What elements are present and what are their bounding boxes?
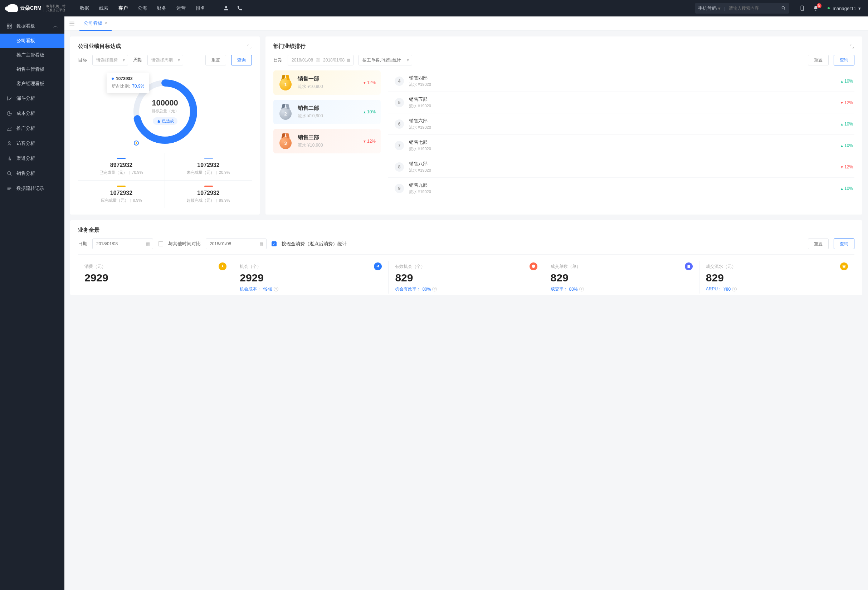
sidebar-group-dashboard[interactable]: 数据看板 ︿ xyxy=(0,19,64,34)
date-input-2[interactable]: 2018/01/08▦ xyxy=(206,238,267,249)
help-icon[interactable]: ? xyxy=(579,287,584,291)
ranking-row[interactable]: 4销售四部流水 ¥19020▲10% xyxy=(388,71,855,92)
sidebar-item[interactable]: 销售分析 xyxy=(0,166,64,181)
sidebar-item[interactable]: 推广分析 xyxy=(0,121,64,136)
search-icon[interactable] xyxy=(781,6,786,11)
compare-label: 与其他时间对比 xyxy=(168,241,201,247)
nav-item[interactable]: 客户 xyxy=(118,5,128,12)
logo-text: 云朵CRM xyxy=(20,5,41,12)
trend-indicator: ▼12% xyxy=(363,80,376,85)
svg-point-5 xyxy=(815,10,816,11)
search-type-select[interactable]: 手机号码 xyxy=(698,5,717,12)
nav-item[interactable]: 财务 xyxy=(157,5,166,12)
calendar-icon: ▦ xyxy=(260,241,263,246)
chevron-up-icon: ︿ xyxy=(53,23,58,29)
ranking-row[interactable]: 9销售九部流水 ¥19020▲10% xyxy=(388,178,855,199)
compare-checkbox[interactable] xyxy=(158,241,163,246)
sidebar-item[interactable]: 渠道分析 xyxy=(0,151,64,166)
search-input[interactable] xyxy=(729,6,779,11)
period-filter-label: 周期 xyxy=(133,57,142,63)
nav-item[interactable]: 数据 xyxy=(80,5,89,12)
nav-item[interactable]: 报名 xyxy=(196,5,205,12)
rank-number: 5 xyxy=(395,98,404,107)
query-button[interactable]: 查询 xyxy=(231,55,252,65)
date-range-input[interactable]: 2018/01/08 至 2018/01/08 ▦ xyxy=(288,55,353,65)
sidebar-item[interactable]: 漏斗分析 xyxy=(0,91,64,106)
ranking-row[interactable]: 8销售八部流水 ¥19020▼12% xyxy=(388,156,855,178)
tab-company-board[interactable]: 公司看板 × xyxy=(80,16,112,31)
menu-icon xyxy=(6,171,12,176)
donut-total: 100000 xyxy=(151,99,179,107)
ranking-row[interactable]: 7销售七部流水 ¥19020▲10% xyxy=(388,135,855,156)
reset-button[interactable]: 重置 xyxy=(808,238,829,249)
ranking-podium-item[interactable]: 3销售三部流水 ¥10,900▼12% xyxy=(273,129,381,153)
menu-toggle-icon[interactable] xyxy=(69,21,75,27)
device-icon[interactable] xyxy=(799,5,805,12)
ranking-row[interactable]: 6销售六部流水 ¥19020▲10% xyxy=(388,113,855,135)
sidebar-sub-item[interactable]: 推广主管看板 xyxy=(0,48,64,62)
sidebar-sub-item[interactable]: 客户经理看板 xyxy=(0,77,64,91)
svg-rect-9 xyxy=(10,26,12,28)
kpi-icon xyxy=(685,262,693,270)
svg-point-4 xyxy=(802,10,803,10)
svg-rect-8 xyxy=(7,26,9,28)
cash-label: 按现金消费（返点后消费）统计 xyxy=(282,241,347,247)
sidebar-item[interactable]: 访客分析 xyxy=(0,136,64,151)
help-icon[interactable]: ? xyxy=(432,287,437,291)
nav-item[interactable]: 公海 xyxy=(138,5,147,12)
target-select[interactable]: 请选择目标▾ xyxy=(92,55,128,65)
logo[interactable]: 云朵CRM 教育机构一站 式服务云平台 xyxy=(7,4,65,12)
global-search: 手机号码 ▾ | xyxy=(695,3,789,13)
card-title: 公司业绩目标达成 xyxy=(78,43,121,50)
query-button[interactable]: 查询 xyxy=(834,238,855,249)
logo-subtitle: 教育机构一站 式服务云平台 xyxy=(44,4,65,12)
username: manager11 xyxy=(833,6,856,11)
sidebar-item[interactable]: 数据流转记录 xyxy=(0,181,64,196)
notification-badge: 5 xyxy=(817,3,822,8)
kpi-card: 有效机会（个）829机会有效率：80%? xyxy=(388,261,544,294)
card-dept-ranking: 部门业绩排行 日期 2018/01/08 至 2018/01/08 ▦ 按工单客… xyxy=(266,37,862,215)
ranking-podium-item[interactable]: 2销售二部流水 ¥10,900▲10% xyxy=(273,100,381,124)
calendar-icon: ▦ xyxy=(346,57,350,63)
help-icon[interactable]: ? xyxy=(732,287,737,291)
breakdown-cell: 1072932应完成量（元）|8.9% xyxy=(78,181,165,208)
cash-checkbox[interactable] xyxy=(272,241,276,246)
rank-number: 8 xyxy=(395,162,404,172)
nav-item[interactable]: 线索 xyxy=(99,5,108,12)
content: 公司看板 × 公司业绩目标达成 目标 请选择目标▾ 周期 请选择周期▾ 重置 查… xyxy=(64,16,868,590)
expand-icon[interactable] xyxy=(849,44,855,49)
date-input-1[interactable]: 2018/01/08▦ xyxy=(92,238,153,249)
chevron-down-icon: ▾ xyxy=(407,57,409,63)
sidebar-sub-item[interactable]: 销售主管看板 xyxy=(0,62,64,77)
rank-number: 4 xyxy=(395,77,404,86)
ranking-podium-item[interactable]: 1销售一部流水 ¥10,900▼12% xyxy=(273,71,381,95)
help-icon[interactable]: ? xyxy=(274,287,278,291)
date-from: 2018/01/08 xyxy=(292,57,313,63)
chevron-down-icon: ▾ xyxy=(858,6,861,11)
ranking-row[interactable]: 5销售五部流水 ¥19020▼12% xyxy=(388,92,855,113)
reset-button[interactable]: 重置 xyxy=(808,55,829,65)
expand-icon[interactable] xyxy=(247,44,252,49)
reset-button[interactable]: 重置 xyxy=(205,55,226,65)
user-icon[interactable] xyxy=(223,5,229,12)
tooltip-label: 所占比例: xyxy=(112,84,130,89)
nav-item[interactable]: 运营 xyxy=(176,5,186,12)
kpi-card: 成交单数（单）829成交率：80%? xyxy=(544,261,700,294)
menu-icon xyxy=(6,185,12,191)
bell-icon[interactable]: 5 xyxy=(813,5,819,12)
user-menu[interactable]: manager11 ▾ xyxy=(828,6,861,11)
date-to: 2018/01/08 xyxy=(323,57,345,63)
donut-total-label: 目标总量（元） xyxy=(151,108,179,114)
stat-by-select[interactable]: 按工单客户经理统计▾ xyxy=(359,55,412,65)
close-icon[interactable]: × xyxy=(105,21,107,26)
phone-icon[interactable] xyxy=(236,5,243,12)
period-select[interactable]: 请选择周期▾ xyxy=(148,55,183,65)
topbar: 云朵CRM 教育机构一站 式服务云平台 数据线索客户公海财务运营报名 手机号码 … xyxy=(0,0,868,16)
breakdown-cell: 1072932超额完成（元）|89.9% xyxy=(165,181,252,208)
sidebar-sub-item[interactable]: 公司看板 xyxy=(0,34,64,48)
query-button[interactable]: 查询 xyxy=(834,55,855,65)
menu-icon xyxy=(6,125,12,131)
rank-number: 6 xyxy=(395,119,404,129)
target-filter-label: 目标 xyxy=(78,57,87,63)
sidebar-item[interactable]: 成本分析 xyxy=(0,106,64,121)
